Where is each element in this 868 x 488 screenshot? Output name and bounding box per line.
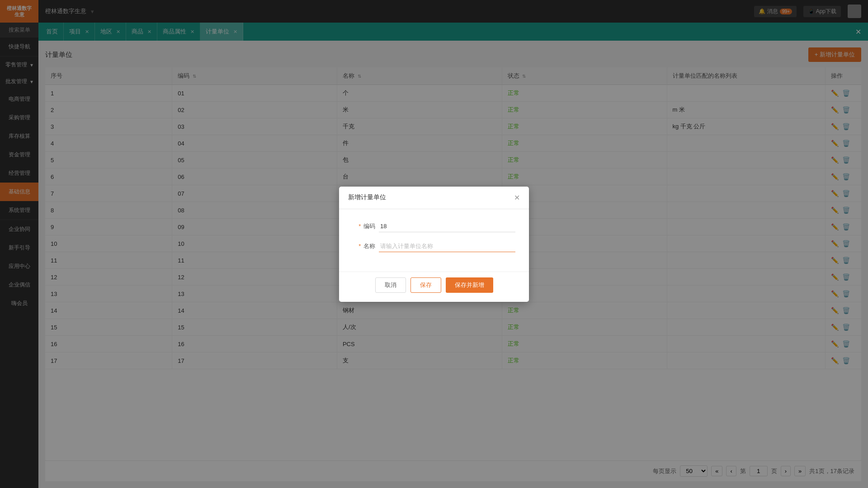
save-and-new-button[interactable]: 保存并新增 [446, 277, 493, 293]
name-input[interactable] [379, 240, 515, 252]
modal-title: 新增计量单位 [348, 193, 386, 202]
cancel-button[interactable]: 取消 [375, 277, 406, 293]
code-label: * 编码 [353, 222, 375, 230]
modal-overlay[interactable]: 新增计量单位 ✕ * 编码 * 名称 取消 保存 保存并新增 [0, 0, 868, 488]
required-mark: * [359, 223, 361, 230]
required-mark: * [359, 243, 361, 249]
modal-header: 新增计量单位 ✕ [339, 187, 529, 209]
modal-body: * 编码 * 名称 [339, 209, 529, 272]
modal-footer: 取消 保存 保存并新增 [339, 272, 529, 302]
name-form-row: * 名称 [353, 240, 515, 252]
code-form-row: * 编码 [353, 221, 515, 232]
code-input[interactable] [379, 221, 515, 232]
add-unit-modal: 新增计量单位 ✕ * 编码 * 名称 取消 保存 保存并新增 [339, 187, 529, 302]
name-label: * 名称 [353, 242, 375, 250]
save-button[interactable]: 保存 [410, 277, 441, 293]
modal-close-button[interactable]: ✕ [514, 193, 520, 202]
